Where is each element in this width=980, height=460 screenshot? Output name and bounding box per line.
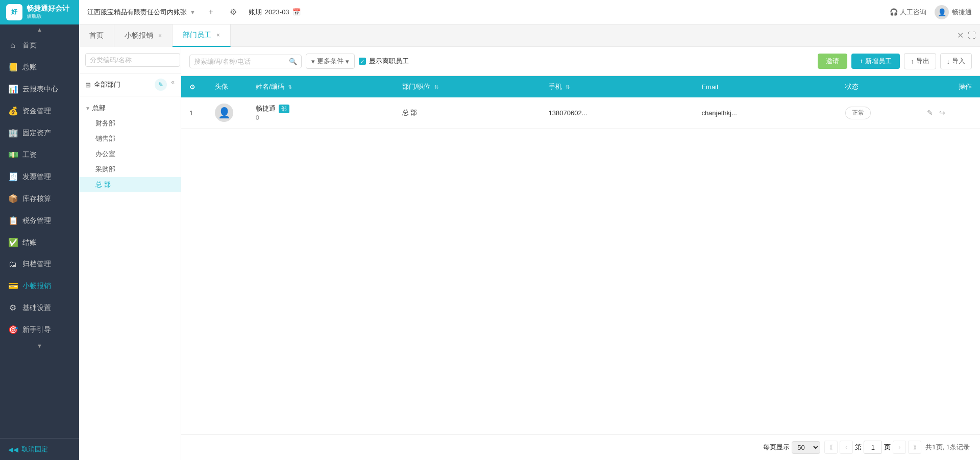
sidebar-item-expense[interactable]: 💳 小畅报销 <box>0 275 79 297</box>
page-nav: ⟪ ‹ 第 页 › ⟫ <box>824 441 921 454</box>
sidebar-scroll-down[interactable]: ▼ <box>0 341 79 351</box>
col-name[interactable]: 姓名/编码 ⇅ <box>248 76 394 97</box>
export-icon: ↑ <box>911 58 914 65</box>
tree-panel: 🔍 ⊞ 全部部门 ✎ « ▼ 总部 <box>79 47 181 460</box>
sidebar-item-invoice[interactable]: 🧾 发票管理 <box>0 166 79 188</box>
employee-table-container: ⚙ 头像 姓名/编码 ⇅ 部门/职位 ⇅ <box>181 76 980 434</box>
cell-status: 正常 <box>837 97 919 129</box>
prev-page-button[interactable]: ‹ <box>840 441 853 454</box>
name-sort-icon: ⇅ <box>288 84 292 90</box>
per-page-select[interactable]: 50 100 200 <box>792 441 820 454</box>
employee-table: ⚙ 头像 姓名/编码 ⇅ 部门/职位 ⇅ <box>181 76 980 129</box>
sidebar-label-guide: 新手引导 <box>22 325 51 335</box>
dept-caigou[interactable]: 采购部 <box>79 162 181 177</box>
next-page-button[interactable]: › <box>893 441 906 454</box>
cell-actions: ✎ ↪ <box>919 97 980 129</box>
dept-zongbu-active[interactable]: 总 部 <box>79 177 181 192</box>
filter-button[interactable]: ▾ 更多条件 ▾ <box>306 54 355 69</box>
top-header: 好 畅捷通好会计 旗舰版 江西服宝精品有限责任公司内账张 ▼ ＋ ⚙ 账期 20… <box>0 0 980 24</box>
sidebar-item-reports[interactable]: 📊 云报表中心 <box>0 78 79 100</box>
header-period: 账期 2023-03 📅 <box>249 8 301 17</box>
cancel-pin-label: 取消固定 <box>21 445 48 454</box>
cell-phone: 138070602... <box>541 97 694 129</box>
last-page-button[interactable]: ⟫ <box>908 441 921 454</box>
sidebar-item-settle[interactable]: ✅ 结账 <box>0 232 79 253</box>
table-header-row: ⚙ 头像 姓名/编码 ⇅ 部门/职位 ⇅ <box>181 76 980 97</box>
tree-arrow-icon: ▼ <box>85 106 90 111</box>
dept-caiwu[interactable]: 财务部 <box>79 116 181 131</box>
tab-departments[interactable]: 部门员工 × <box>173 24 231 47</box>
home-icon: ⌂ <box>8 41 17 50</box>
user-avatar-icon: 👤 <box>935 5 949 19</box>
tab-home-label: 首页 <box>89 31 104 40</box>
collapse-tree-button[interactable]: « <box>171 79 175 91</box>
service-button[interactable]: 🎧 人工咨询 <box>890 8 926 17</box>
sidebar-item-assets[interactable]: 🏢 固定资产 <box>0 122 79 144</box>
import-button[interactable]: ↓ 导入 <box>940 53 972 69</box>
sidebar-label-settle: 结账 <box>22 238 37 247</box>
invite-button[interactable]: 邀请 <box>818 54 847 69</box>
dept-zongbu-label: 总部 <box>92 104 106 113</box>
add-tab-button[interactable]: ＋ <box>204 5 218 19</box>
col-phone[interactable]: 手机 ⇅ <box>541 76 694 97</box>
employee-name: 畅捷通 <box>256 104 276 113</box>
col-dept[interactable]: 部门/职位 ⇅ <box>394 76 541 97</box>
dept-bangong[interactable]: 办公室 <box>79 146 181 162</box>
show-resigned-checkbox[interactable]: ✓ <box>359 58 366 65</box>
sidebar-item-tax[interactable]: 📋 税务管理 <box>0 210 79 232</box>
add-employee-button[interactable]: + 新增员工 <box>851 54 900 69</box>
expand-tab-icon[interactable]: ⛶ <box>968 31 976 40</box>
user-area[interactable]: 👤 畅捷通 <box>935 5 972 19</box>
tab-expense[interactable]: 小畅报销 × <box>114 24 173 47</box>
sidebar: ▲ ⌂ 首页 📒 总账 📊 云报表中心 💰 资金管理 🏢 固定资产 💵 工资 🧾… <box>0 24 79 460</box>
name-badge: 畅捷通 部 <box>256 104 289 113</box>
edit-employee-icon[interactable]: ✎ <box>927 109 933 117</box>
logout-employee-icon[interactable]: ↪ <box>939 109 945 117</box>
sidebar-label-home: 首页 <box>22 41 37 50</box>
page-total: 共1页, 1条记录 <box>925 443 970 452</box>
header-company[interactable]: 江西服宝精品有限责任公司内账张 ▼ <box>87 8 195 17</box>
sidebar-item-guide[interactable]: 🎯 新手引导 <box>0 319 79 341</box>
tab-home[interactable]: 首页 <box>79 24 114 47</box>
settings-icon[interactable]: ⚙ <box>226 5 240 19</box>
user-name: 畅捷通 <box>952 8 972 17</box>
tab-departments-label: 部门员工 <box>183 31 211 40</box>
dept-xiaoshou[interactable]: 销售部 <box>79 131 181 146</box>
ledger-icon: 📒 <box>8 62 17 72</box>
sidebar-item-capital[interactable]: 💰 资金管理 <box>0 100 79 122</box>
tree-header-actions: ✎ « <box>155 79 175 91</box>
page-number-input[interactable] <box>864 441 882 454</box>
tab-expense-close-icon[interactable]: × <box>158 32 162 39</box>
employee-code: 0 <box>256 114 386 121</box>
calendar-icon[interactable]: 📅 <box>292 8 301 16</box>
tree-search-input[interactable] <box>85 53 180 67</box>
sidebar-item-ledger[interactable]: 📒 总账 <box>0 56 79 78</box>
first-page-button[interactable]: ⟪ <box>824 441 838 454</box>
add-dept-button[interactable]: ✎ <box>155 79 167 91</box>
cancel-pin-button[interactable]: ◀◀ 取消固定 <box>0 438 79 460</box>
sidebar-label-inventory: 库存核算 <box>22 194 51 203</box>
sidebar-item-inventory[interactable]: 📦 库存核算 <box>0 188 79 210</box>
assets-icon: 🏢 <box>8 128 17 138</box>
sidebar-item-salary[interactable]: 💵 工资 <box>0 144 79 166</box>
tab-departments-close-icon[interactable]: × <box>216 32 220 39</box>
tree-root-label: 全部部门 <box>94 80 120 89</box>
add-employee-label: + 新增员工 <box>860 57 892 66</box>
toolbar-search-icon[interactable]: 🔍 <box>289 58 297 65</box>
headset-icon: 🎧 <box>890 8 898 16</box>
sidebar-item-settings[interactable]: ⚙ 基础设置 <box>0 297 79 319</box>
import-icon: ↓ <box>947 58 950 65</box>
sidebar-item-home[interactable]: ⌂ 首页 <box>0 35 79 56</box>
sidebar-scroll-up[interactable]: ▲ <box>0 24 79 35</box>
show-resigned-toggle[interactable]: ✓ 显示离职员工 <box>359 57 409 66</box>
tree-group-header-zongbu[interactable]: ▼ 总部 <box>79 100 181 116</box>
tree-header: ⊞ 全部部门 ✎ « <box>79 73 181 96</box>
export-button[interactable]: ↑ 导出 <box>904 53 936 69</box>
invoice-icon: 🧾 <box>8 172 17 182</box>
tabs-right-actions: ✕ ⛶ <box>957 31 980 40</box>
employee-search-input[interactable] <box>194 58 286 65</box>
close-tab-icon[interactable]: ✕ <box>957 31 964 40</box>
header-right: 🎧 人工咨询 👤 畅捷通 <box>890 5 972 19</box>
sidebar-item-archive[interactable]: 🗂 归档管理 <box>0 253 79 275</box>
settings-col-icon[interactable]: ⚙ <box>189 83 195 91</box>
